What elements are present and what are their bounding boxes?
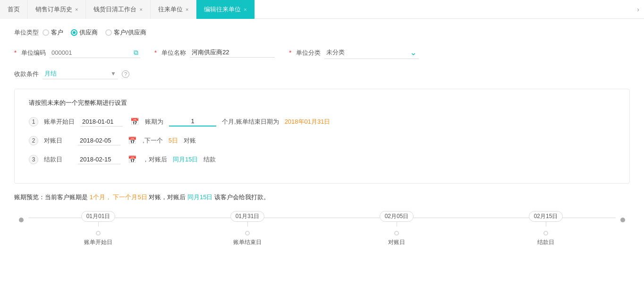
radio-both-circle: [105, 29, 112, 36]
tab-cash-workbench[interactable]: 钱货日清工作台 ×: [86, 0, 150, 19]
timeline-badge-4: 02月15日: [529, 211, 563, 222]
copy-icon[interactable]: ⧉: [134, 49, 138, 57]
unit-name-input[interactable]: [190, 48, 275, 58]
unit-type-group: 单位类型 客户 供应商 客户/供应商: [14, 28, 146, 37]
payment-condition-value: 月结: [44, 69, 108, 78]
unit-name-label: 单位名称: [161, 49, 186, 57]
payment-prefix: ，对账后: [143, 155, 167, 164]
timeline-end-dot: [620, 218, 625, 222]
timeline-badge-2: 01月31日: [230, 211, 265, 222]
reconcile-date[interactable]: [78, 136, 120, 145]
tab-home[interactable]: 首页: [0, 0, 28, 19]
tabs-bar: 首页 销售订单历史 × 钱货日清工作台 × 往来单位 × 编辑往来单位 × ›: [0, 0, 644, 19]
setting-num-1: 1: [29, 117, 38, 127]
settings-panel: 请按照未来的一个完整帐期进行设置 1 账单开始日 📅 账期为 个月,账单结束日期…: [14, 89, 630, 184]
unit-category-select[interactable]: 未分类 ⌄: [324, 46, 419, 59]
timeline-point-4: 02月15日 结款日: [529, 211, 563, 246]
tabs-arrow[interactable]: ›: [632, 6, 644, 13]
preview-payment: 同月15日: [187, 194, 212, 201]
tab-edit-partner-close[interactable]: ×: [244, 7, 246, 12]
tab-sales-history-label: 销售订单历史: [35, 5, 72, 14]
unit-code-input-wrapper: ⧉: [50, 48, 140, 58]
radio-customer-label: 客户: [51, 28, 63, 37]
timeline-stem-3: [397, 222, 397, 227]
timeline-point-3: 02月05日 对账日: [380, 211, 414, 246]
preview-middle: 对账，对账后: [149, 194, 186, 201]
bill-start-date[interactable]: [80, 117, 123, 127]
unit-category-star: *: [289, 49, 291, 56]
preview-months: 1个月，: [90, 194, 111, 201]
unit-type-row: 单位类型 客户 供应商 客户/供应商: [14, 28, 630, 37]
preview-reconcile: 下一个月5日: [113, 194, 147, 201]
reconcile-cal-icon[interactable]: 📅: [128, 136, 137, 145]
timeline-dot-1: [96, 231, 101, 236]
main-content: 单位类型 客户 供应商 客户/供应商 * 单位编码: [0, 19, 644, 287]
reconcile-day-highlight: 5日: [169, 136, 178, 145]
unit-name-star: *: [154, 49, 157, 56]
payment-condition-select[interactable]: 月结 ▼: [42, 68, 118, 79]
tab-home-label: 首页: [8, 5, 20, 14]
preview-prefix: 账期预览：当前客户账期是: [14, 194, 88, 201]
tab-cash-workbench-close[interactable]: ×: [139, 7, 142, 12]
bill-start-label: 账单开始日: [44, 118, 75, 126]
timeline-badge-3: 02月05日: [380, 211, 414, 222]
timeline-stem-2: [247, 222, 248, 227]
tab-sales-history-close[interactable]: ×: [75, 7, 78, 12]
payment-suffix: 结款: [203, 155, 216, 164]
tab-partners[interactable]: 往来单位 ×: [151, 0, 196, 19]
unit-type-label: 单位类型: [14, 28, 39, 37]
unit-category-arrow-icon: ⌄: [410, 47, 417, 58]
tab-partners-label: 往来单位: [158, 5, 183, 14]
tab-edit-partner[interactable]: 编辑往来单位 ×: [196, 0, 254, 19]
tab-edit-partner-label: 编辑往来单位: [204, 5, 241, 14]
unit-code-star: *: [14, 49, 17, 56]
timeline-label-2: 账单结束日: [233, 238, 262, 246]
preview-text: 账期预览：当前客户账期是 1个月， 下一个月5日 对账，对账后 同月15日 该客…: [14, 193, 630, 202]
timeline-dot-4: [543, 231, 548, 236]
setting-num-2: 2: [29, 136, 38, 145]
timeline-point-1: 01月01日 账单开始日: [81, 211, 116, 246]
tab-cash-workbench-label: 钱货日清工作台: [93, 5, 136, 14]
panel-title: 请按照未来的一个完整帐期进行设置: [29, 99, 615, 107]
unit-code-input[interactable]: [51, 49, 131, 56]
radio-customer-circle: [42, 29, 49, 36]
setting-row-2: 2 对账日 📅 ,下一个 5日 对账: [29, 136, 615, 145]
timeline-label-3: 对账日: [388, 238, 405, 246]
setting-num-3: 3: [29, 155, 38, 164]
reconcile-label: 对账日: [44, 136, 72, 145]
payment-date[interactable]: [78, 155, 120, 164]
timeline-point-2: 01月31日 账单结束日: [230, 211, 265, 246]
bill-start-cal-icon[interactable]: 📅: [130, 118, 139, 126]
month-unit-text: 个月,账单结束日期为: [222, 118, 279, 126]
timeline-label-1: 账单开始日: [84, 238, 112, 246]
reconcile-prefix: ,下一个: [143, 136, 163, 145]
radio-both[interactable]: 客户/供应商: [105, 28, 146, 37]
timeline-badge-1: 01月01日: [81, 211, 116, 222]
timeline-dot-3: [394, 231, 399, 236]
timeline-label-4: 结款日: [537, 238, 554, 246]
timeline-dot-2: [245, 231, 250, 236]
tab-sales-history[interactable]: 销售订单历史 ×: [28, 0, 86, 19]
tab-partners-close[interactable]: ×: [186, 7, 188, 12]
unit-code-group: * 单位编码 ⧉: [14, 48, 140, 58]
preview-suffix: 该客户会给我打款。: [214, 194, 270, 201]
timeline-container: 01月01日 账单开始日 01月31日 账单结束日 02月05日 对账日: [14, 211, 630, 246]
setting-row-3: 3 结款日 📅 ，对账后 同月15日 结款: [29, 155, 615, 164]
unit-code-label: 单位编码: [21, 49, 46, 57]
unit-category-value: 未分类: [326, 48, 410, 57]
payment-date-cal-icon[interactable]: 📅: [128, 155, 137, 164]
months-input[interactable]: [169, 117, 216, 127]
unit-info-row: * 单位编码 ⧉ * 单位名称 * 单位分类 未分类 ⌄: [14, 46, 630, 59]
reconcile-suffix: 对账: [184, 136, 196, 145]
payment-date-label: 结款日: [44, 155, 72, 164]
unit-category-label: 单位分类: [296, 49, 321, 57]
timeline-stem-1: [98, 222, 99, 227]
radio-customer[interactable]: 客户: [42, 28, 63, 37]
payment-day-highlight: 同月15日: [173, 155, 198, 164]
setting-row-1: 1 账单开始日 📅 账期为 个月,账单结束日期为 2018年01月31日: [29, 117, 615, 127]
bill-end-date-highlight: 2018年01月31日: [285, 118, 330, 126]
radio-supplier-label: 供应商: [79, 28, 98, 37]
radio-group: 客户 供应商 客户/供应商: [42, 28, 146, 37]
radio-supplier[interactable]: 供应商: [71, 28, 98, 37]
payment-condition-help-icon[interactable]: ?: [122, 70, 129, 78]
